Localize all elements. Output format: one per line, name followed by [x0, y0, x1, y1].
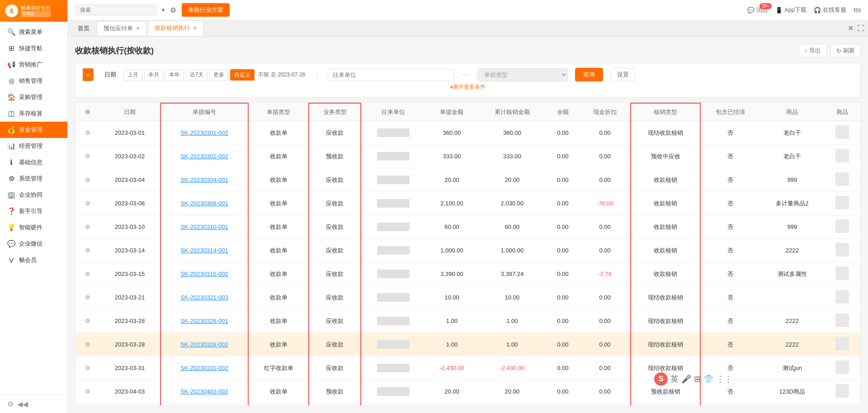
th-cancel-type[interactable]: 核销类型 [631, 103, 700, 121]
th-unit[interactable]: 往来单位 [361, 103, 425, 121]
cell-cancel-type: 现结收款核销 [631, 333, 700, 356]
cell-doc-no: SK-20230301-002 [160, 121, 248, 145]
sidebar-item-basic[interactable]: ℹ基础信息 [0, 154, 67, 171]
doc-no-link[interactable]: SK-20230328-002 [180, 341, 228, 348]
cell-biz-type: 应收款 [309, 286, 361, 309]
filter-expand-row[interactable]: ▾ 展开更多条件 [83, 81, 853, 93]
cell-settings: ⚙ [75, 380, 99, 404]
doc-no-link[interactable]: SK-20230301-002 [180, 129, 228, 136]
cell-unit [361, 239, 425, 262]
doc-no-link[interactable]: SK-20230315-002 [180, 271, 228, 277]
sidebar-item-quick-nav[interactable]: ⊞快捷导航 [0, 40, 67, 57]
th-doc-no[interactable]: 单据编号 [160, 103, 248, 121]
cell-settings: ⚙ [75, 239, 99, 262]
doc-no-link[interactable]: SK-20230331-002 [180, 365, 228, 371]
cell-unit [361, 145, 425, 168]
sidebar-item-marketing[interactable]: 📢营销推广 [0, 57, 67, 73]
data-table: ⚙ 日期 单据编号 单据类型 业务类型 往来单位 单据金额 累计核销金额 余额 … [75, 103, 860, 406]
doc-no-link[interactable]: SK-20230304-001 [180, 176, 228, 183]
collapse-sidebar-icon[interactable]: ◀◀ [17, 400, 28, 408]
export-icon: ↑ [805, 47, 808, 54]
page-content: 收款核销执行(按收款) ↑ 导出 ↻ 刷新 » 日期 上月 本月 [68, 37, 868, 413]
app-download-button[interactable]: 📱 App下载 [775, 6, 807, 14]
doc-no-link[interactable]: SK-20230302-002 [180, 153, 228, 160]
sidebar-item-sales[interactable]: ◎销售管理 [0, 73, 67, 89]
cell-goods-thumb [824, 262, 860, 286]
sidebar-item-hardware[interactable]: 💡智能硬件 [0, 219, 67, 236]
topbar-gear-icon[interactable]: ⚙ [170, 6, 176, 14]
unit-input[interactable] [328, 69, 454, 81]
th-date[interactable]: 日期 [99, 103, 160, 121]
doc-no-link[interactable]: SK-20230314-001 [180, 247, 228, 254]
doc-type-select[interactable]: 单据类型 [477, 68, 568, 81]
settings-bottom-icon[interactable]: ⚙ [7, 400, 14, 408]
th-goods[interactable]: 商品 [760, 103, 824, 121]
cell-cum-cancel: -2,430.00 [478, 356, 546, 380]
cell-date: 2023-03-31 [99, 356, 160, 380]
tab-pre-payable-close[interactable]: ✕ [136, 25, 140, 32]
cell-balance: 0.00 [546, 356, 580, 380]
sidebar-item-finance[interactable]: 💰资金管理 [0, 122, 67, 138]
last-month-btn[interactable]: 上月 [123, 69, 142, 81]
cell-settings: ⚙ [75, 286, 99, 309]
th-settings[interactable]: ⚙ [75, 103, 99, 121]
online-service-button[interactable]: 🎧 在线客服 [814, 6, 846, 14]
export-button[interactable]: ↑ 导出 [799, 44, 827, 57]
th-cash-discount[interactable]: 现金折扣 [580, 103, 631, 121]
doc-no-link[interactable]: SK-20230308-001 [180, 200, 228, 207]
doc-no-link[interactable]: SK-20230328-001 [180, 318, 228, 324]
doc-no-link[interactable]: SK-20230310-001 [180, 223, 228, 230]
this-month-btn[interactable]: 本月 [144, 69, 163, 81]
message-button[interactable]: 💬 消息 99+ [747, 6, 768, 14]
date-label: 日期 [104, 71, 116, 79]
th-cum-cancel[interactable]: 累计核销金额 [478, 103, 546, 121]
custom-btn[interactable]: 自定义 [230, 69, 255, 81]
query-button[interactable]: 查询 [575, 68, 603, 81]
user-profile[interactable]: Rit [854, 7, 861, 14]
more-btn[interactable]: 更多 [209, 69, 228, 81]
tab-pre-payable[interactable]: 预估应付单 ✕ [97, 21, 147, 35]
sidebar-item-member[interactable]: V畅会员 [0, 252, 67, 268]
table-row: ⚙ 2023-03-28 SK-20230328-002 收款单 应收款 1.0… [75, 333, 860, 356]
maximize-tab-icon[interactable]: ⛶ [857, 24, 864, 33]
last7-btn[interactable]: 近7天 [186, 69, 208, 81]
refresh-button[interactable]: ↻ 刷新 [830, 44, 861, 57]
th-goods-thumb[interactable]: 商品 [824, 103, 860, 121]
table-row: ⚙ 2023-03-31 SK-20230331-002 红字收款单 应收款 -… [75, 356, 860, 380]
sidebar-item-purchase[interactable]: 🏠采购管理 [0, 89, 67, 105]
operations-icon: 📊 [7, 142, 15, 150]
tab-receipt-cancel-close[interactable]: ✕ [193, 25, 197, 31]
this-year-btn[interactable]: 本年 [165, 69, 184, 81]
sidebar-item-search[interactable]: 🔍搜索菜单 [0, 24, 67, 40]
th-include-clear[interactable]: 包含已结清 [700, 103, 760, 121]
th-amount[interactable]: 单据金额 [425, 103, 478, 121]
sidebar-item-guide[interactable]: ❓新手引导 [0, 203, 67, 219]
cell-goods: 测试多属性 [760, 262, 824, 286]
sidebar-item-operations[interactable]: 📊经营管理 [0, 138, 67, 154]
doc-no-link[interactable]: SK-20230403-002 [180, 388, 228, 395]
sidebar-item-inventory[interactable]: ◫库存核算 [0, 105, 67, 122]
topbar-dropdown-icon[interactable]: ▾ [162, 7, 165, 13]
cell-goods-thumb [824, 404, 860, 406]
tabbar-controls: ✕ ⛶ [848, 24, 864, 33]
cell-amount: 100.00 [425, 404, 478, 406]
cell-include-clear: 否 [700, 356, 760, 380]
filter-expand-button[interactable]: » [83, 68, 94, 81]
filter-setting-button[interactable]: 设置 [610, 68, 636, 81]
close-tab-icon[interactable]: ✕ [848, 24, 854, 33]
table-row: ⚙ 2023-03-04 SK-20230304-001 收款单 应收款 20.… [75, 168, 860, 192]
solution-button[interactable]: 体验行业方案 [182, 3, 230, 17]
sidebar-item-wechat[interactable]: 💬企业微信 [0, 236, 67, 252]
th-doc-type[interactable]: 单据类型 [248, 103, 309, 121]
th-biz-type[interactable]: 业务类型 [309, 103, 361, 121]
tab-receipt-cancel[interactable]: 收款核销执行 ✕ [148, 21, 204, 36]
sidebar-item-system[interactable]: ⚙系统管理 [0, 171, 67, 187]
topbar-search-input[interactable] [75, 5, 156, 15]
cell-settings: ⚙ [75, 192, 99, 215]
doc-no-link[interactable]: SK-20230321-003 [180, 294, 228, 301]
sidebar-item-enterprise[interactable]: 🏢企业协同 [0, 187, 67, 203]
cell-include-clear: 否 [700, 215, 760, 239]
th-balance[interactable]: 余额 [546, 103, 580, 121]
table-body: ⚙ 2023-03-01 SK-20230301-002 收款单 应收款 360… [75, 121, 860, 406]
tab-home[interactable]: 首页 [71, 22, 96, 35]
